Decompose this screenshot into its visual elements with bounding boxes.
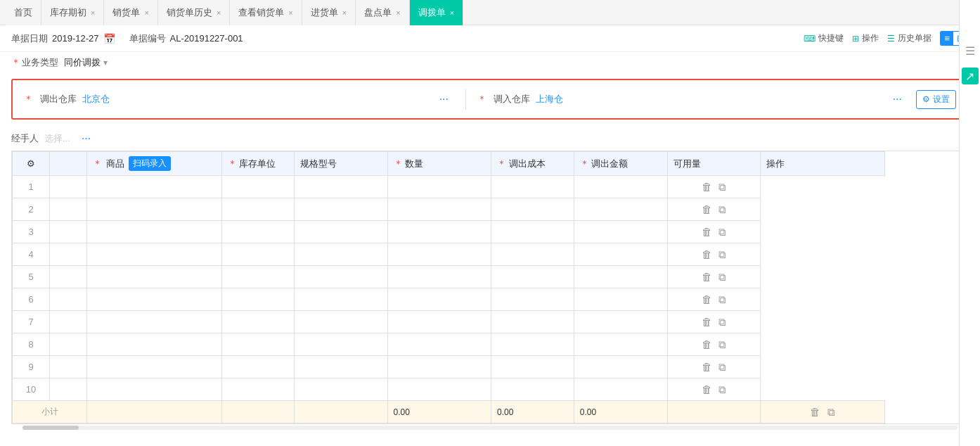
tab-transfer[interactable]: 调拨单 ×: [410, 0, 463, 25]
row-1-cost[interactable]: [387, 176, 491, 198]
row-5-spec[interactable]: [221, 266, 294, 288]
row-1-copy-icon[interactable]: ⧉: [716, 181, 728, 193]
in-warehouse-more-button[interactable]: ···: [887, 93, 908, 106]
row-3-product[interactable]: [50, 221, 87, 243]
row-4-product[interactable]: [50, 243, 87, 266]
row-7-cost[interactable]: [387, 311, 491, 333]
row-4-amount[interactable]: [491, 243, 574, 266]
row-8-delete-icon[interactable]: 🗑: [699, 338, 714, 350]
tab-close-stock-init[interactable]: ×: [91, 8, 95, 17]
row-10-spec[interactable]: [221, 378, 294, 401]
row-3-copy-icon[interactable]: ⧉: [716, 226, 728, 238]
row-10-amount[interactable]: [491, 378, 574, 401]
history-button[interactable]: ☰ 历史单据: [887, 32, 931, 44]
scan-button[interactable]: 扫码录入: [129, 156, 171, 171]
tab-close-transfer[interactable]: ×: [450, 8, 454, 17]
row-10-unit[interactable]: [87, 378, 222, 401]
row-4-unit[interactable]: [87, 243, 222, 266]
tab-close-sales-history[interactable]: ×: [217, 8, 221, 17]
tab-view-sales[interactable]: 查看销货单 ×: [230, 0, 302, 25]
out-warehouse-more-button[interactable]: ···: [434, 93, 454, 106]
tab-close-view-sales[interactable]: ×: [288, 8, 292, 17]
row-9-spec[interactable]: [221, 356, 294, 378]
tab-close-inventory[interactable]: ×: [396, 8, 400, 17]
row-10-copy-icon[interactable]: ⧉: [716, 383, 728, 395]
row-4-copy-icon[interactable]: ⧉: [716, 248, 728, 260]
row-8-unit[interactable]: [87, 333, 222, 356]
row-4-qty[interactable]: [294, 243, 387, 266]
row-4-spec[interactable]: [221, 243, 294, 266]
row-5-amount[interactable]: [491, 266, 574, 288]
row-10-cost[interactable]: [387, 378, 491, 401]
tab-sales-order[interactable]: 销货单 ×: [104, 0, 157, 25]
row-1-product[interactable]: [50, 176, 87, 198]
tab-purchase[interactable]: 进货单 ×: [302, 0, 356, 25]
row-1-delete-icon[interactable]: 🗑: [699, 181, 714, 193]
tab-home[interactable]: 首页: [6, 0, 41, 25]
row-1-spec[interactable]: [221, 176, 294, 198]
row-1-avail[interactable]: [574, 176, 667, 198]
row-8-amount[interactable]: [491, 333, 574, 356]
row-3-spec[interactable]: [221, 221, 294, 243]
row-9-cost[interactable]: [387, 356, 491, 378]
row-8-avail[interactable]: [574, 333, 667, 356]
row-7-avail[interactable]: [574, 311, 667, 333]
row-7-copy-icon[interactable]: ⧉: [716, 316, 728, 328]
row-5-avail[interactable]: [574, 266, 667, 288]
horizontal-scrollbar[interactable]: [22, 426, 958, 430]
row-2-avail[interactable]: [574, 198, 667, 221]
row-1-qty[interactable]: [294, 176, 387, 198]
row-7-unit[interactable]: [87, 311, 222, 333]
row-5-delete-icon[interactable]: 🗑: [699, 271, 714, 283]
row-2-delete-icon[interactable]: 🗑: [699, 203, 714, 215]
tab-inventory[interactable]: 盘点单 ×: [356, 0, 409, 25]
row-6-spec[interactable]: [221, 288, 294, 311]
row-9-delete-icon[interactable]: 🗑: [699, 361, 714, 373]
row-2-copy-icon[interactable]: ⧉: [716, 203, 728, 215]
row-9-unit[interactable]: [87, 356, 222, 378]
panel-list-icon[interactable]: ☰: [962, 42, 979, 59]
row-5-product[interactable]: [50, 266, 87, 288]
tab-stock-init[interactable]: 库存期初 ×: [41, 0, 104, 25]
row-6-avail[interactable]: [574, 288, 667, 311]
scrollbar-thumb[interactable]: [22, 426, 79, 430]
row-6-product[interactable]: [50, 288, 87, 311]
row-1-unit[interactable]: [87, 176, 222, 198]
row-10-avail[interactable]: [574, 378, 667, 401]
biz-type-select[interactable]: 同价调拨 ▾: [64, 56, 108, 69]
row-6-unit[interactable]: [87, 288, 222, 311]
row-8-copy-icon[interactable]: ⧉: [716, 338, 728, 350]
row-7-qty[interactable]: [294, 311, 387, 333]
row-6-copy-icon[interactable]: ⧉: [716, 293, 728, 305]
row-1-amount[interactable]: [491, 176, 574, 198]
row-3-delete-icon[interactable]: 🗑: [699, 226, 714, 238]
row-6-qty[interactable]: [294, 288, 387, 311]
row-2-qty[interactable]: [294, 198, 387, 221]
row-2-unit[interactable]: [87, 198, 222, 221]
setting-button[interactable]: ⚙ 设置: [916, 90, 956, 109]
row-8-spec[interactable]: [221, 333, 294, 356]
row-2-cost[interactable]: [387, 198, 491, 221]
row-6-amount[interactable]: [491, 288, 574, 311]
row-4-delete-icon[interactable]: 🗑: [699, 248, 714, 260]
row-3-qty[interactable]: [294, 221, 387, 243]
row-3-avail[interactable]: [574, 221, 667, 243]
row-6-cost[interactable]: [387, 288, 491, 311]
tab-close-sales-order[interactable]: ×: [144, 8, 148, 17]
row-5-copy-icon[interactable]: ⧉: [716, 271, 728, 283]
row-4-avail[interactable]: [574, 243, 667, 266]
row-5-cost[interactable]: [387, 266, 491, 288]
row-5-qty[interactable]: [294, 266, 387, 288]
row-9-product[interactable]: [50, 356, 87, 378]
tab-close-purchase[interactable]: ×: [342, 8, 347, 17]
panel-export-icon[interactable]: ↗: [962, 68, 979, 84]
row-8-product[interactable]: [50, 333, 87, 356]
shortcuts-button[interactable]: ⌨ 快捷键: [804, 32, 844, 44]
operations-button[interactable]: ⊞ 操作: [852, 32, 879, 44]
row-10-delete-icon[interactable]: 🗑: [699, 383, 714, 395]
person-more-button[interactable]: ···: [82, 132, 91, 145]
row-7-spec[interactable]: [221, 311, 294, 333]
row-9-amount[interactable]: [491, 356, 574, 378]
tab-sales-history[interactable]: 销货单历史 ×: [158, 0, 230, 25]
row-3-unit[interactable]: [87, 221, 222, 243]
